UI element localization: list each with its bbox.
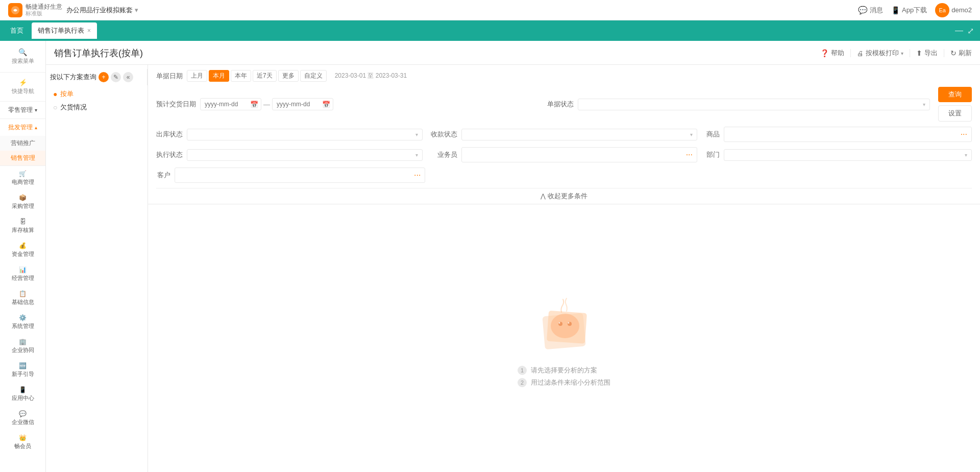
main-content: 🔍 搜索菜单 ⚡ 快捷导航 零售管理 ▾ 批发管理 ▴ 营销推广 销售管理 — [0, 41, 980, 472]
date-btn-this-month[interactable]: 本月 — [209, 70, 229, 82]
refresh-btn[interactable]: ↻ 刷新 — [950, 49, 972, 58]
delivery-date-inputs: 📅 — 📅 — [200, 98, 333, 110]
delivery-date-start: 📅 — [200, 98, 261, 110]
breadcrumb-arrow[interactable]: ▾ — [135, 6, 138, 14]
phone-icon: 📱 — [891, 6, 900, 14]
empty-state: 1 请先选择要分析的方案 2 用过滤条件来缩小分析范围 — [148, 204, 980, 472]
export-icon: ⬆ — [916, 49, 922, 57]
tab-close-icon[interactable]: × — [87, 27, 91, 34]
date-btn-7days[interactable]: 近7天 — [253, 70, 277, 82]
dept-select[interactable]: ▾ — [724, 149, 972, 161]
delivery-date-filter: 预计交货日期 📅 — 📅 — [156, 98, 539, 110]
sidebar-item-ecommerce[interactable]: 🛒 电商管理 — [0, 166, 45, 190]
sidebar-item-sales-mgmt[interactable]: 销售管理 — [0, 151, 45, 166]
plan-edit-btn[interactable]: ✎ — [111, 72, 121, 82]
message-btn[interactable]: 💬 消息 — [858, 6, 883, 15]
corp-icon: 🏢 — [19, 338, 27, 345]
date-filter: 单据日期 上月 本月 本年 近7天 更多 自定义 — [156, 70, 327, 82]
sidebar-search-label[interactable]: 🔍 搜索菜单 — [4, 45, 41, 68]
sidebar-quick-nav[interactable]: ⚡ 快捷导航 — [0, 73, 45, 102]
out-status-filter: 出库状态 ▾ — [156, 129, 423, 140]
goods-dots-icon[interactable]: ··· — [961, 130, 967, 139]
hint-num-2: 2 — [518, 378, 527, 387]
sidebar-item-operations[interactable]: 📊 经营管理 — [0, 262, 45, 286]
tabbar-actions: — ⤢ — [955, 26, 980, 36]
base-info-icon: 📋 — [19, 290, 27, 297]
delivery-label: 预计交货日期 — [156, 100, 196, 109]
receipt-status-select[interactable]: ▾ — [461, 129, 697, 140]
exec-status-select[interactable]: ▾ — [187, 149, 423, 161]
exec-status-filter: 执行状态 ▾ — [156, 149, 423, 161]
print-icon: 🖨 — [857, 50, 864, 57]
plan-collapse-btn[interactable]: « — [123, 72, 133, 82]
svg-point-6 — [559, 322, 560, 324]
sidebar-item-system[interactable]: ⚙️ 系统管理 — [0, 310, 45, 334]
sidebar-item-wholesale[interactable]: 批发管理 ▴ — [0, 119, 45, 136]
doc-status-chevron: ▾ — [923, 102, 925, 107]
salesperson-input[interactable]: ··· — [461, 147, 697, 162]
empty-hint-1: 1 请先选择要分析的方案 — [518, 366, 597, 375]
plan-add-btn[interactable]: + — [99, 72, 109, 82]
filter-row-3: 出库状态 ▾ 收款状态 ▾ — [156, 127, 972, 142]
doc-status-select[interactable]: ▾ — [578, 99, 930, 110]
logo-area: 畅捷通好生意 标准版 — [8, 3, 62, 17]
sidebar-sub-wholesale: 营销推广 销售管理 — [0, 136, 45, 166]
tab-home[interactable]: 首页 — [4, 22, 30, 39]
customer-dots-icon[interactable]: ··· — [414, 171, 421, 180]
query-button[interactable]: 查询 — [938, 87, 972, 102]
export-btn[interactable]: ⬆ 导出 — [916, 49, 938, 58]
salesperson-dots-icon[interactable]: ··· — [686, 150, 693, 159]
date-btn-more[interactable]: 更多 — [278, 70, 299, 82]
inventory-icon: 🗄 — [20, 218, 26, 225]
minimize-icon[interactable]: — — [955, 26, 963, 35]
sidebar-item-new-guide[interactable]: 🆕 新手引导 — [0, 358, 45, 382]
customer-filter: 客户 ··· — [156, 168, 425, 183]
app-download-btn[interactable]: 📱 App下载 — [891, 6, 927, 15]
plan-icons: + ✎ « — [99, 72, 133, 82]
print-btn[interactable]: 🖨 按模板打印 ▾ — [857, 49, 903, 58]
customer-input[interactable]: ··· — [175, 168, 425, 183]
goods-input[interactable]: ··· — [724, 127, 972, 142]
tab-sales-order[interactable]: 销售订单执行表 × — [32, 22, 97, 39]
cal-icon-start[interactable]: 📅 — [250, 101, 258, 108]
page-header-actions: ❓ 帮助 🖨 按模板打印 ▾ ⬆ 导出 ↻ 刷新 — [820, 49, 972, 58]
logo-icon — [8, 3, 22, 17]
sidebar-search[interactable]: 🔍 搜索菜单 — [0, 41, 45, 73]
print-dropdown-icon: ▾ — [901, 51, 903, 56]
message-icon: 💬 — [858, 6, 868, 15]
sidebar-item-member[interactable]: 👑 畅会员 — [0, 430, 45, 454]
guide-icon: 🆕 — [19, 362, 27, 369]
refresh-icon: ↻ — [950, 49, 957, 57]
sidebar-item-corp-collab[interactable]: 🏢 企业协同 — [0, 334, 45, 358]
breadcrumb[interactable]: 办公用品行业模拟账套 ▾ — [66, 6, 138, 15]
collapse-more-btn[interactable]: ⋀ 收起更多条件 — [156, 188, 972, 204]
sidebar-item-purchase[interactable]: 📦 采购管理 — [0, 190, 45, 214]
sidebar-item-inventory[interactable]: 🗄 库存核算 — [0, 214, 45, 238]
sidebar-item-retail[interactable]: 零售管理 ▾ — [0, 102, 45, 119]
maximize-icon[interactable]: ⤢ — [967, 26, 974, 36]
date-btn-last-month[interactable]: 上月 — [187, 70, 207, 82]
chevron-down-icon: ▾ — [35, 107, 37, 113]
settings-button[interactable]: 设置 — [938, 105, 972, 122]
out-status-select[interactable]: ▾ — [187, 129, 423, 140]
user-menu[interactable]: Ea demo2 — [935, 3, 972, 17]
plan-item-shortage[interactable]: ○ 欠货情况 — [50, 101, 143, 114]
cal-icon-end[interactable]: 📅 — [322, 101, 330, 108]
member-icon: 👑 — [19, 434, 27, 441]
page-header: 销售订单执行表(按单) ❓ 帮助 🖨 按模板打印 ▾ ⬆ 导出 — [46, 41, 980, 65]
sidebar-item-finance[interactable]: 💰 资金管理 — [0, 238, 45, 262]
sidebar-item-marketing[interactable]: 营销推广 — [0, 136, 45, 151]
tabbar: 首页 销售订单执行表 × — ⤢ — [0, 20, 980, 41]
sidebar-item-base-info[interactable]: 📋 基础信息 — [0, 286, 45, 310]
operations-icon: 📊 — [19, 266, 27, 273]
logo-text: 畅捷通好生意 标准版 — [26, 3, 62, 17]
date-btn-custom[interactable]: 自定义 — [300, 70, 327, 82]
sidebar-quicknav-label[interactable]: ⚡ 快捷导航 — [0, 76, 45, 98]
plan-item-by-order[interactable]: ● 按单 — [50, 87, 143, 101]
date-btn-this-year[interactable]: 本年 — [231, 70, 251, 82]
sidebar-item-app-center[interactable]: 📱 应用中心 — [0, 382, 45, 406]
exec-status-chevron: ▾ — [415, 152, 418, 158]
svg-point-3 — [551, 314, 579, 338]
sidebar-item-corp-wechat[interactable]: 💬 企业微信 — [0, 406, 45, 430]
help-btn[interactable]: ❓ 帮助 — [820, 49, 844, 58]
